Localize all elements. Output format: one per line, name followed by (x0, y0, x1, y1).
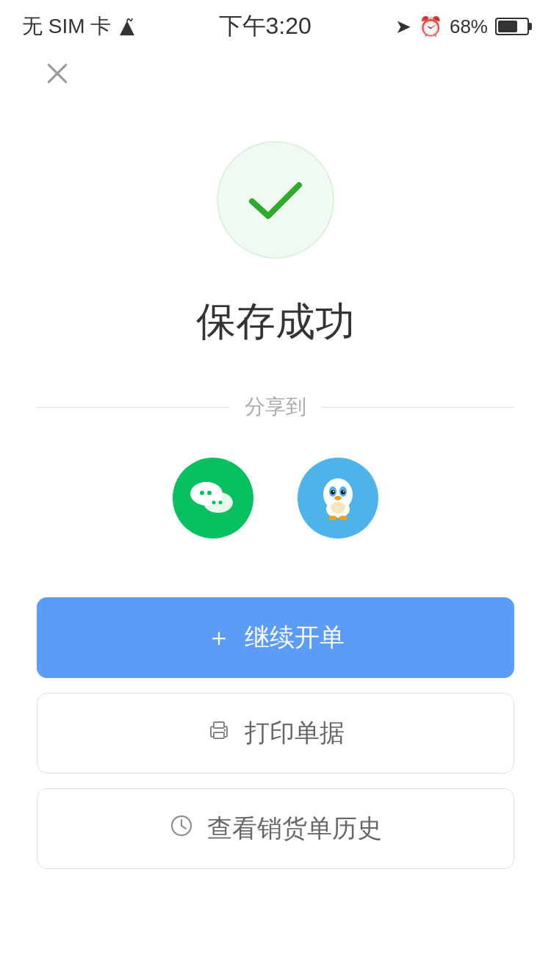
svg-point-2 (200, 491, 204, 495)
battery-icon (495, 18, 529, 35)
svg-line-24 (181, 826, 186, 829)
qq-icon (318, 474, 358, 522)
svg-point-13 (334, 496, 342, 500)
svg-point-4 (212, 501, 216, 505)
success-circle (217, 141, 334, 259)
wifi-icon: ▲̃ (120, 15, 134, 38)
history-button[interactable]: 查看销货单历史 (37, 788, 514, 869)
share-divider: 分享到 (37, 393, 514, 421)
share-icons (37, 458, 514, 538)
share-label: 分享到 (245, 393, 306, 421)
status-time: 下午3:20 (219, 10, 311, 43)
location-icon: ➤ (395, 15, 411, 38)
divider-left (37, 407, 230, 408)
wechat-share-button[interactable] (173, 458, 253, 538)
close-button[interactable] (37, 53, 78, 94)
print-icon (206, 718, 231, 749)
checkmark-icon (246, 178, 305, 222)
alarm-icon: ⏰ (419, 15, 442, 38)
success-title: 保存成功 (196, 295, 355, 349)
plus-icon: ＋ (206, 621, 231, 655)
status-left: 无 SIM 卡 ▲̃ (22, 12, 134, 40)
divider-right (321, 407, 514, 408)
main-content: 保存成功 分享到 (0, 53, 551, 869)
continue-button[interactable]: ＋ 继续开单 (37, 597, 514, 678)
svg-point-12 (343, 491, 345, 492)
battery-percentage: 68% (450, 15, 488, 38)
continue-label: 继续开单 (245, 621, 345, 655)
wechat-icon (189, 478, 237, 519)
svg-point-9 (333, 491, 334, 492)
svg-point-15 (331, 502, 345, 514)
success-area: 保存成功 分享到 (37, 141, 514, 869)
status-right: ➤ ⏰ 68% (395, 15, 529, 38)
qq-share-button[interactable] (298, 458, 378, 538)
status-bar: 无 SIM 卡 ▲̃ 下午3:20 ➤ ⏰ 68% (0, 0, 551, 53)
svg-point-5 (219, 501, 223, 505)
svg-point-17 (339, 516, 347, 520)
svg-point-21 (224, 729, 226, 732)
share-section: 分享到 (37, 393, 514, 538)
clock-icon (169, 813, 194, 844)
svg-point-3 (207, 491, 212, 495)
svg-point-16 (328, 516, 337, 520)
print-label: 打印单据 (245, 716, 345, 750)
action-buttons: ＋ 继续开单 打印单据 (37, 597, 514, 869)
svg-point-8 (331, 490, 335, 494)
svg-rect-20 (214, 732, 224, 738)
svg-point-1 (204, 492, 233, 513)
close-icon (43, 59, 72, 88)
svg-rect-19 (214, 722, 224, 728)
carrier-text: 无 SIM 卡 (22, 12, 111, 40)
print-button[interactable]: 打印单据 (37, 693, 514, 774)
history-label: 查看销货单历史 (207, 812, 382, 846)
svg-point-11 (341, 490, 345, 494)
